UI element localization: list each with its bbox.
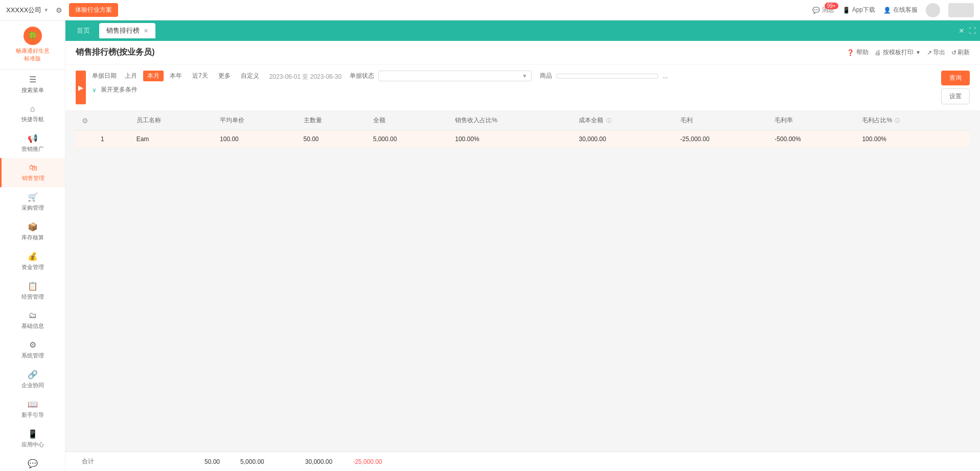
col-settings-header: ⚙ xyxy=(76,111,95,130)
col-gross-profit-header: 毛利 xyxy=(674,111,769,130)
date-tab-this-month[interactable]: 本月 xyxy=(143,71,164,81)
table-footer: 合计 50.00 5,000.00 30,000.00 -25,000.00 xyxy=(65,452,980,471)
date-tab-7days[interactable]: 近7天 xyxy=(188,71,212,81)
footer-cost-amount: 30,000.00 xyxy=(305,458,332,465)
content-area: 首页 销售排行榜 ✕ ✕ ⛶ 销售排行榜(按业务员) ❓ 帮助 xyxy=(65,20,980,471)
tab-maximize-icon[interactable]: ⛶ xyxy=(969,27,976,35)
nav-icon-1: ⌂ xyxy=(30,104,35,114)
sidebar-item-5[interactable]: 📦库存核算 xyxy=(0,217,65,246)
template-print-label: 按模板打印 xyxy=(883,48,914,57)
tab-minimize-icon[interactable]: ✕ xyxy=(959,27,965,35)
table-section: ⚙ 员工名称 平均单价 主数量 全额 销售收入占比% 成本全额 ⓘ xyxy=(65,111,980,471)
settings-gear-button[interactable]: ⚙ xyxy=(53,4,65,16)
sidebar-item-12[interactable]: 📱应用中心 xyxy=(0,424,65,454)
table-row: 1 Eam 100.00 50.00 5,000.00 100.00% 30,0… xyxy=(76,130,970,148)
tab-close-icon[interactable]: ✕ xyxy=(144,28,148,34)
template-print-button[interactable]: 🖨 按模板打印 ▼ xyxy=(875,48,921,57)
company-selector[interactable]: XXXXX公司 ▼ xyxy=(6,6,49,15)
tab-sales-ranking[interactable]: 销售排行榜 ✕ xyxy=(99,23,155,38)
row-index-0: 1 xyxy=(95,130,130,148)
online-service-button[interactable]: 👤 在线客服 xyxy=(883,6,918,14)
table-body: 1 Eam 100.00 50.00 5,000.00 100.00% 30,0… xyxy=(76,130,970,148)
avatar[interactable] xyxy=(926,3,940,17)
date-tabs: 上月 本月 本年 近7天 更多 自定义 xyxy=(121,71,263,81)
nav-icon-5: 📦 xyxy=(28,222,38,232)
status-label: 单据状态 xyxy=(350,72,374,80)
table-header-row: ⚙ 员工名称 平均单价 主数量 全额 销售收入占比% 成本全额 ⓘ xyxy=(76,111,970,130)
col-sales-pct-header: 销售收入占比% xyxy=(449,111,573,130)
page-header: 销售排行榜(按业务员) ❓ 帮助 🖨 按模板打印 ▼ ↗ 导出 xyxy=(65,41,980,64)
nav-icon-6: 💰 xyxy=(28,252,38,261)
page-title: 销售排行榜(按业务员) xyxy=(76,47,155,58)
status-select[interactable]: ▼ xyxy=(378,71,532,81)
sidebar-nav: ☰搜索菜单⌂快捷导航📢营销推广🛍销售管理🛒采购管理📦库存核算💰资金管理📋经营管理… xyxy=(0,70,65,471)
footer-gross-profit: -25,000.00 xyxy=(353,458,382,465)
footer-main-qty: 50.00 xyxy=(204,458,220,465)
sidebar-item-9[interactable]: ⚙系统管理 xyxy=(0,335,65,365)
sidebar-item-10[interactable]: 🔗企业协同 xyxy=(0,365,65,394)
goods-input[interactable] xyxy=(556,74,658,79)
sidebar-item-7[interactable]: 📋经营管理 xyxy=(0,276,65,306)
query-button[interactable]: 查询 xyxy=(941,71,970,85)
nav-icon-9: ⚙ xyxy=(29,340,36,350)
table-settings-icon[interactable]: ⚙ xyxy=(82,117,88,125)
row-gross-pct-0: 100.00% xyxy=(856,130,970,148)
tab-bar-right: ✕ ⛶ xyxy=(959,27,976,35)
sidebar-item-13[interactable]: 💬企业微信 xyxy=(0,454,65,471)
goods-more-btn[interactable]: ... xyxy=(663,73,668,80)
sidebar-item-6[interactable]: 💰资金管理 xyxy=(0,246,65,276)
col-main-qty-header: 主数量 xyxy=(298,111,367,130)
nav-icon-10: 🔗 xyxy=(28,370,38,379)
footer-values: 50.00 5,000.00 30,000.00 -25,000.00 xyxy=(123,458,382,465)
date-tab-custom[interactable]: 自定义 xyxy=(237,71,263,81)
sidebar-item-11[interactable]: 📖新手引导 xyxy=(0,394,65,424)
message-icon: 💬 xyxy=(812,7,820,14)
sidebar-item-4[interactable]: 🛒采购管理 xyxy=(0,187,65,217)
nav-label-5: 库存核算 xyxy=(21,234,44,241)
nav-label-11: 新手引导 xyxy=(21,411,44,419)
table-container: ⚙ 员工名称 平均单价 主数量 全额 销售收入占比% 成本全额 ⓘ xyxy=(65,111,980,452)
col-cost-header: 成本全额 ⓘ xyxy=(573,111,674,130)
date-tab-last-month[interactable]: 上月 xyxy=(121,71,141,81)
help-button[interactable]: ❓ 帮助 xyxy=(847,48,869,57)
expand-arrow-icon: ∨ xyxy=(92,86,97,94)
sidebar-item-1[interactable]: ⌂快捷导航 xyxy=(0,99,65,128)
expand-more-btn[interactable]: ∨ 展开更多条件 xyxy=(92,85,929,94)
sidebar-item-3[interactable]: 🛍销售管理 xyxy=(0,158,65,187)
refresh-icon: ↺ xyxy=(951,49,956,56)
export-button[interactable]: ↗ 导出 xyxy=(927,48,945,57)
company-dropdown-arrow: ▼ xyxy=(43,7,49,13)
trial-button[interactable]: 体验行业方案 xyxy=(69,3,118,17)
col-index-header xyxy=(95,111,130,130)
message-button[interactable]: 💬 消息 99+ xyxy=(812,6,834,14)
row-main-qty-0: 50.00 xyxy=(298,130,367,148)
sidebar-item-8[interactable]: 🗂基础信息 xyxy=(0,306,65,335)
row-gross-margin-0: -500.00% xyxy=(768,130,856,148)
sidebar-logo: 🍀 畅康通好生意 标准版 xyxy=(0,20,65,70)
refresh-button[interactable]: ↺ 刷新 xyxy=(951,48,970,57)
logo-icon: 🍀 xyxy=(24,27,42,45)
goods-filter: 商品 ... xyxy=(540,72,668,80)
sidebar-item-0[interactable]: ☰搜索菜单 xyxy=(0,70,65,99)
top-bar-left: XXXXX公司 ▼ ⚙ 体验行业方案 xyxy=(6,3,118,17)
nav-label-3: 销售管理 xyxy=(22,174,44,182)
logo-text: 畅康通好生意 标准版 xyxy=(16,47,50,63)
tab-home[interactable]: 首页 xyxy=(70,23,97,38)
nav-icon-13: 💬 xyxy=(28,459,38,468)
nav-icon-12: 📱 xyxy=(28,429,38,439)
online-service-label: 在线客服 xyxy=(893,6,918,14)
app-download-button[interactable]: 📱 App下载 xyxy=(842,6,875,14)
quick-expand-button[interactable]: ▶ xyxy=(76,71,86,104)
nav-icon-11: 📖 xyxy=(28,399,38,409)
nav-label-9: 系统管理 xyxy=(21,352,44,360)
company-name: XXXXX公司 xyxy=(6,6,41,15)
col-total-amount-header: 全额 xyxy=(367,111,449,130)
tab-bar: 首页 销售排行榜 ✕ ✕ ⛶ xyxy=(65,20,980,41)
filter-settings-button[interactable]: 设置 xyxy=(941,88,970,104)
nav-label-4: 采购管理 xyxy=(21,204,44,212)
row-avg-price-0: 100.00 xyxy=(214,130,297,148)
sidebar-item-2[interactable]: 📢营销推广 xyxy=(0,128,65,158)
date-filter: 单据日期 上月 本月 本年 近7天 更多 自定义 xyxy=(92,71,341,81)
date-tab-more[interactable]: 更多 xyxy=(214,71,235,81)
date-tab-this-year[interactable]: 本年 xyxy=(166,71,186,81)
